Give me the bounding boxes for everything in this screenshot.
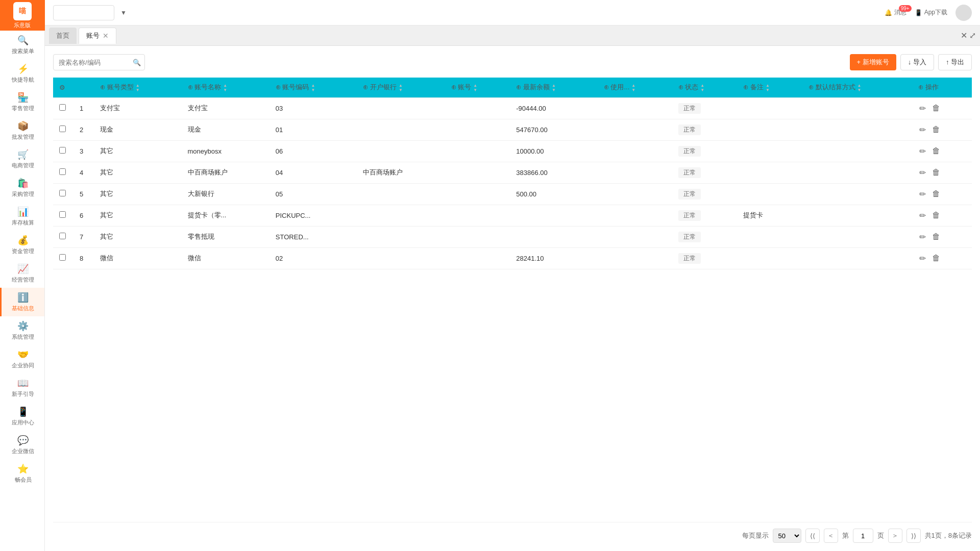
sidebar: 喵 乐意版 🔍 搜索菜单 ⚡ 快捷导航 🏪 零售管理 📦 批发管理 🛒 电商管理… [0,0,45,551]
last-page-btn[interactable]: ⟩⟩ [906,529,921,543]
col-status[interactable]: ⊕ 状态▲▼ [672,78,738,97]
row-checkbox-4[interactable] [59,190,66,196]
sidebar-label-finance: 资金管理 [12,247,34,255]
balance-cell: 547670.00 [510,119,598,140]
notification-btn[interactable]: 🔔 消息 99+ [885,8,906,17]
maximize-tab-btn[interactable]: ⤢ [969,31,976,40]
row-checkbox-5[interactable] [59,211,66,218]
sort-icon-name: ▲▼ [223,83,227,92]
search-icon: 🔍 [133,59,141,66]
export-button[interactable]: ↑ 导出 [938,54,972,70]
page-label: 第 [842,531,849,540]
import-button[interactable]: ↓ 导入 [900,54,934,70]
search-input[interactable] [53,54,145,70]
row-checkbox-3[interactable] [59,168,66,175]
sidebar-icon-operations: 📈 [17,263,29,274]
col-bank[interactable]: ⊕ 开户银行▲▼ [357,78,445,97]
sidebar-item-basic[interactable]: ℹ️ 基础信息 [0,288,44,316]
type-cell: 其它 [94,226,182,247]
sidebar-item-retail[interactable]: 🏪 零售管理 [0,88,44,116]
sidebar-item-wechat[interactable]: 💬 企业微信 [0,431,44,459]
prev-page-btn[interactable]: ＜ [824,529,838,543]
tab-home[interactable]: 首页 [49,28,77,44]
delete-btn-2[interactable]: 🗑 [931,146,941,156]
sidebar-item-search[interactable]: 🔍 搜索菜单 [0,31,44,59]
balance-cell: 28241.10 [510,247,598,269]
bank-cell [357,226,445,247]
edit-btn-7[interactable]: ✏ [918,254,927,263]
delete-btn-5[interactable]: 🗑 [931,211,941,220]
row-checkbox-1[interactable] [59,126,66,132]
tab-account[interactable]: 账号✕ [79,28,116,44]
sidebar-item-guide[interactable]: 📖 新手引导 [0,373,44,402]
edit-btn-6[interactable]: ✏ [918,232,927,242]
delete-btn-4[interactable]: 🗑 [931,189,941,198]
delete-btn-7[interactable]: 🗑 [931,254,941,263]
balance-cell: -90444.00 [510,97,598,119]
col-type[interactable]: ⊕ 账号类型▲▼ [94,78,182,97]
usage-cell [598,97,672,119]
delete-btn-6[interactable]: 🗑 [931,232,941,241]
table-header: ⚙⊕ 账号类型▲▼⊕ 账号名称▲▼⊕ 账号编码▲▼⊕ 开户银行▲▼⊕ 账号▲▼⊕… [53,78,972,97]
col-note[interactable]: ⊕ 备注▲▼ [737,78,802,97]
name-cell: moneybosx [182,140,270,162]
edit-btn-2[interactable]: ✏ [918,146,927,156]
edit-btn-4[interactable]: ✏ [918,189,927,199]
col-name[interactable]: ⊕ 账号名称▲▼ [182,78,270,97]
col-usage[interactable]: ⊕ 使用...▲▼ [598,78,672,97]
sidebar-item-operations[interactable]: 📈 经营管理 [0,259,44,288]
col-index [74,78,94,97]
app-download-btn[interactable]: 📱 App下载 [915,8,947,17]
sidebar-item-finance[interactable]: 💰 资金管理 [0,231,44,259]
close-tab-btn[interactable]: ✕ [961,31,967,40]
sort-icon-status: ▲▼ [700,83,704,92]
delete-btn-0[interactable]: 🗑 [931,104,941,113]
sidebar-icon-enterprise: 🤝 [17,349,29,360]
sidebar-icon-system: ⚙️ [17,320,29,332]
page-size-select[interactable]: 50 100 [773,529,801,543]
main-area: ▼ 🔔 消息 99+ 📱 App下载 首页账号✕ ✕ ⤢ 🔍 [45,0,980,551]
sidebar-item-purchase[interactable]: 🛍️ 采购管理 [0,173,44,202]
next-page-btn[interactable]: ＞ [888,529,902,543]
row-checkbox-7[interactable] [59,254,66,261]
edit-btn-0[interactable]: ✏ [918,104,927,113]
account-cell [445,183,510,205]
sidebar-label-enterprise: 企业协同 [12,362,34,369]
settings-col-icon[interactable]: ⚙ [59,84,65,91]
col-label-balance: ⊕ 最新余额 [516,83,550,91]
add-account-button[interactable]: + 新增账号 [850,54,896,70]
first-page-btn[interactable]: ⟨⟨ [805,529,820,543]
col-code[interactable]: ⊕ 账号编码▲▼ [270,78,357,97]
sidebar-item-inventory[interactable]: 📊 库存核算 [0,202,44,231]
note-cell [737,226,802,247]
dropdown-btn[interactable]: ▼ [120,9,127,16]
edit-btn-3[interactable]: ✏ [918,168,927,178]
tab-close-account[interactable]: ✕ [103,32,109,40]
app-icon: 📱 [915,9,922,16]
sidebar-item-ecommerce[interactable]: 🛒 电商管理 [0,145,44,173]
edit-btn-5[interactable]: ✏ [918,211,927,220]
header-search-input[interactable] [53,5,114,20]
settlement-cell [802,162,912,183]
delete-btn-1[interactable]: 🗑 [931,125,941,134]
row-checkbox-2[interactable] [59,147,66,154]
sidebar-item-system[interactable]: ⚙️ 系统管理 [0,316,44,345]
delete-btn-3[interactable]: 🗑 [931,168,941,177]
page-input[interactable] [853,529,873,543]
sidebar-item-quicknav[interactable]: ⚡ 快捷导航 [0,59,44,88]
bank-cell [357,205,445,226]
sidebar-item-vip[interactable]: ⭐ 畅会员 [0,459,44,488]
col-settlement[interactable]: ⊕ 默认结算方式▲▼ [802,78,912,97]
tab-action-btns: ✕ ⤢ [961,31,976,40]
col-account[interactable]: ⊕ 账号▲▼ [445,78,510,97]
sidebar-item-wholesale[interactable]: 📦 批发管理 [0,116,44,145]
col-label-note: ⊕ 备注 [743,83,764,91]
col-balance[interactable]: ⊕ 最新余额▲▼ [510,78,598,97]
sidebar-item-apps[interactable]: 📱 应用中心 [0,402,44,431]
user-avatar[interactable] [955,5,972,21]
edit-btn-1[interactable]: ✏ [918,125,927,135]
row-checkbox-0[interactable] [59,104,66,111]
sidebar-item-enterprise[interactable]: 🤝 企业协同 [0,345,44,373]
status-badge: 正常 [678,210,701,221]
row-checkbox-6[interactable] [59,233,66,239]
